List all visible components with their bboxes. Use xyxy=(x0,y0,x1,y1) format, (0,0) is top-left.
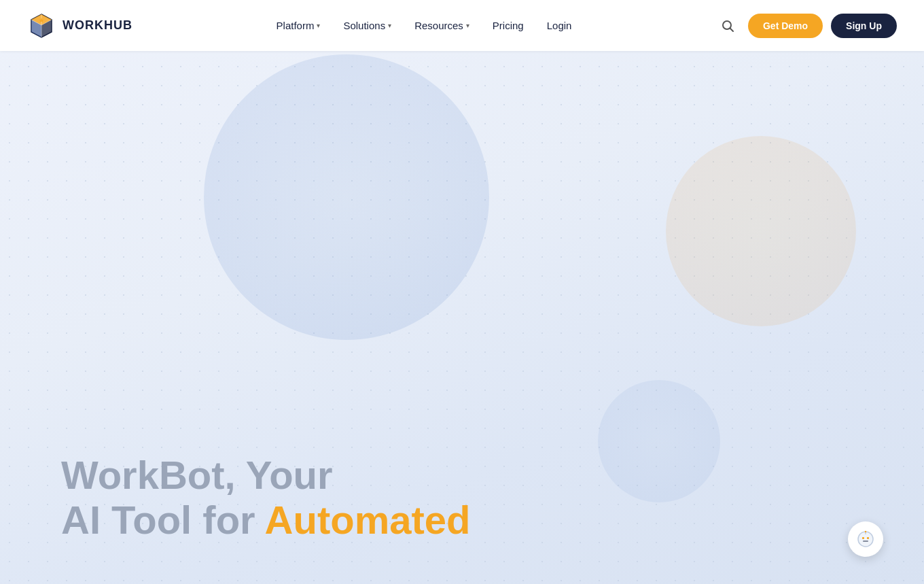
hero-content: WorkBot, Your AI Tool for Automated xyxy=(61,453,471,543)
nav-item-solutions[interactable]: Solutions ▾ xyxy=(334,14,401,37)
chat-widget[interactable] xyxy=(848,521,883,557)
search-button[interactable] xyxy=(715,14,740,38)
svg-point-16 xyxy=(865,531,866,532)
nav-label-solutions: Solutions xyxy=(343,20,385,31)
logo-text: WORKHUB xyxy=(63,18,132,33)
nav-item-login[interactable]: Login xyxy=(537,14,582,37)
nav-label-login: Login xyxy=(547,20,572,31)
nav-label-platform: Platform xyxy=(277,20,315,31)
nav-link-solutions[interactable]: Solutions ▾ xyxy=(334,14,401,37)
get-demo-button[interactable]: Get Demo xyxy=(748,14,823,38)
nav-link-login[interactable]: Login xyxy=(537,14,582,37)
chevron-down-icon-platform: ▾ xyxy=(317,22,320,29)
decorative-orb-1 xyxy=(204,54,489,340)
chat-icon xyxy=(857,530,874,548)
hero-line-2: AI Tool for Automated xyxy=(61,498,471,543)
svg-line-10 xyxy=(730,28,733,31)
logo[interactable]: WORKHUB xyxy=(27,12,132,40)
hero-line-2-prefix: AI Tool for xyxy=(61,498,265,542)
nav-actions: Get Demo Sign Up xyxy=(715,14,897,38)
svg-rect-12 xyxy=(862,537,864,539)
decorative-orb-3 xyxy=(598,380,720,502)
hero-title: WorkBot, Your AI Tool for Automated xyxy=(61,453,471,543)
nav-item-resources[interactable]: Resources ▾ xyxy=(405,14,479,37)
hero-line-1: WorkBot, Your xyxy=(61,453,471,498)
logo-icon xyxy=(27,12,56,40)
search-icon xyxy=(721,19,734,33)
hero-section: WorkBot, Your AI Tool for Automated xyxy=(0,0,924,584)
nav-label-resources: Resources xyxy=(414,20,463,31)
nav-label-pricing: Pricing xyxy=(493,20,524,31)
svg-rect-14 xyxy=(863,540,868,542)
nav-item-platform[interactable]: Platform ▾ xyxy=(267,14,330,37)
nav-item-pricing[interactable]: Pricing xyxy=(483,14,533,37)
nav-links: Platform ▾ Solutions ▾ Resources ▾ Prici… xyxy=(267,14,582,37)
chevron-down-icon-solutions: ▾ xyxy=(388,22,391,29)
nav-link-pricing[interactable]: Pricing xyxy=(483,14,533,37)
sign-up-button[interactable]: Sign Up xyxy=(831,14,897,38)
nav-link-resources[interactable]: Resources ▾ xyxy=(405,14,479,37)
navbar: WORKHUB Platform ▾ Solutions ▾ Resources… xyxy=(0,0,924,51)
chevron-down-icon-resources: ▾ xyxy=(466,22,469,29)
svg-rect-13 xyxy=(867,537,869,539)
nav-link-platform[interactable]: Platform ▾ xyxy=(267,14,330,37)
decorative-orb-2 xyxy=(666,136,856,326)
hero-line-2-accent: Automated xyxy=(265,498,471,542)
